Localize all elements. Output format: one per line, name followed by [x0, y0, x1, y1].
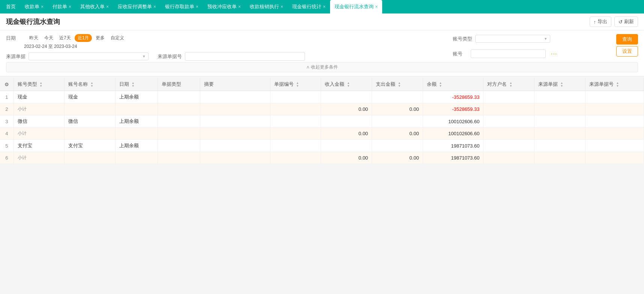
- nav-bank-flow-close[interactable]: ×: [375, 4, 378, 9]
- cell-source-doc-num: [585, 91, 644, 103]
- col-account-type[interactable]: 账号类型 ▲▼: [14, 78, 65, 91]
- cell-doc-number: [270, 103, 321, 115]
- cell-summary: [200, 91, 270, 103]
- cell-expense: 0.00: [372, 128, 423, 140]
- table-row[interactable]: 6小计0.000.0019871073.60: [0, 152, 644, 164]
- date-opt-more[interactable]: 更多: [93, 34, 107, 42]
- date-opt-1month[interactable]: 近1月: [75, 34, 92, 42]
- cell-income: [321, 140, 372, 152]
- sort-account-type-icon: ▲▼: [39, 82, 42, 88]
- account-dots-button[interactable]: ···: [549, 50, 559, 58]
- nav-adjustment[interactable]: 应收应付调整单 ×: [113, 0, 161, 13]
- table-row[interactable]: 1现金现金上期余额-3528659.33: [0, 91, 644, 103]
- cell-account-type: 现金: [14, 91, 65, 103]
- col-doc-type[interactable]: 单据类型: [158, 78, 200, 91]
- gear-icon: ⚙: [5, 82, 9, 87]
- table-header-row: ⚙ 账号类型 ▲▼ 账号名称 ▲▼ 日期 ▲▼ 单据类型 摘: [0, 78, 644, 91]
- cell-doc-type: [158, 140, 200, 152]
- nav-adjustment-close[interactable]: ×: [153, 4, 156, 9]
- table-row[interactable]: 5支付宝支付宝上期余额19871073.60: [0, 140, 644, 152]
- sort-source-doc-num-icon: ▲▼: [616, 82, 619, 88]
- cell-date: [116, 128, 158, 140]
- nav-bank-deposit-close[interactable]: ×: [196, 4, 198, 9]
- cell-counterparty: [483, 91, 534, 103]
- cell-source-doc-num: [585, 115, 644, 128]
- refresh-button[interactable]: ↺ 刷新: [614, 16, 638, 27]
- cell-source-doc-num: [585, 103, 644, 115]
- col-doc-number[interactable]: 单据编号 ▲▼: [270, 78, 321, 91]
- top-navigation: 首页 收款单 × 付款单 × 其他收入单 × 应收应付调整单 × 银行存取款单 …: [0, 0, 644, 13]
- header-actions: ↑ 导出 ↺ 刷新: [590, 16, 638, 27]
- nav-bank-flow[interactable]: 现金银行流水查询 ×: [330, 0, 382, 13]
- collapse-bar[interactable]: ∧ 收起更多条件: [6, 62, 638, 72]
- cell-source-doc: [534, 115, 585, 128]
- date-filter-row: 日期 昨天 今天 近7天 近1月 更多 自定义: [6, 34, 447, 42]
- cell-counterparty: [483, 140, 534, 152]
- sort-counterparty-icon: ▲▼: [509, 82, 512, 88]
- account-type-select[interactable]: ▾: [475, 35, 550, 43]
- nav-prepayment-close[interactable]: ×: [238, 4, 241, 9]
- cell-counterparty: [483, 128, 534, 140]
- date-opt-custom[interactable]: 自定义: [108, 34, 126, 42]
- collapse-label: 收起更多条件: [311, 64, 338, 70]
- table-row[interactable]: 4小计0.000.00100102606.60: [0, 128, 644, 140]
- nav-bank-stats[interactable]: 现金银行统计 ×: [288, 0, 330, 13]
- cell-balance: 100102606.60: [423, 128, 483, 140]
- col-income-label: 收入金额: [325, 81, 344, 87]
- source-doc-chevron-icon: ▾: [143, 54, 145, 59]
- col-gear[interactable]: ⚙: [0, 78, 14, 91]
- cell-doc-type: [158, 103, 200, 115]
- col-source-doc[interactable]: 来源单据 ▲▼: [534, 78, 585, 91]
- nav-receipt[interactable]: 收款单 ×: [20, 0, 48, 13]
- settings-button[interactable]: 设置: [616, 46, 638, 57]
- nav-receipt-close[interactable]: ×: [41, 4, 44, 9]
- cell-date: [116, 103, 158, 115]
- date-opt-yesterday[interactable]: 昨天: [27, 34, 41, 42]
- cell-account-name: 支付宝: [65, 140, 116, 152]
- nav-bank-stats-close[interactable]: ×: [323, 4, 326, 9]
- nav-other-income[interactable]: 其他收入单 ×: [76, 0, 113, 13]
- nav-home[interactable]: 首页: [2, 0, 20, 13]
- cell-counterparty: [483, 103, 534, 115]
- sort-income-icon: ▲▼: [347, 82, 350, 88]
- col-expense[interactable]: 支出金额 ▲▼: [372, 78, 423, 91]
- col-date[interactable]: 日期 ▲▼: [116, 78, 158, 91]
- nav-other-income-close[interactable]: ×: [106, 4, 109, 9]
- nav-bank-deposit[interactable]: 银行存取款单 ×: [161, 0, 203, 13]
- date-opt-7days[interactable]: 近7天: [57, 34, 73, 42]
- query-button[interactable]: 查询: [616, 34, 638, 45]
- account-input[interactable]: [471, 49, 546, 58]
- source-doc-select[interactable]: ▾: [29, 52, 149, 60]
- table-row[interactable]: 3微信微信上期余额100102606.60: [0, 115, 644, 128]
- cell-source-doc: [534, 103, 585, 115]
- cell-account-type: 小计: [14, 103, 65, 115]
- cell-income: 0.00: [321, 152, 372, 164]
- sort-account-name-icon: ▲▼: [90, 82, 93, 88]
- col-income[interactable]: 收入金额 ▲▼: [321, 78, 372, 91]
- nav-payment[interactable]: 付款单 ×: [48, 0, 76, 13]
- col-doc-number-label: 单据编号: [274, 81, 294, 87]
- cell-source-doc-num: [585, 128, 644, 140]
- col-account-name[interactable]: 账号名称 ▲▼: [65, 78, 116, 91]
- source-doc-num-input[interactable]: [185, 52, 305, 61]
- cell-balance: 19871073.60: [423, 140, 483, 152]
- cell-account-type: 小计: [14, 128, 65, 140]
- col-summary[interactable]: 摘要: [200, 78, 270, 91]
- col-balance[interactable]: 余额 ▲▼: [423, 78, 483, 91]
- nav-prepayment[interactable]: 预收冲应收单 ×: [203, 0, 245, 13]
- cell-balance: 19871073.60: [423, 152, 483, 164]
- table-row[interactable]: 2小计0.000.00-3528659.33: [0, 103, 644, 115]
- cell-doc-number: [270, 128, 321, 140]
- cell-account-name: [65, 128, 116, 140]
- col-counterparty[interactable]: 对方户名 ▲▼: [483, 78, 534, 91]
- nav-payment-close[interactable]: ×: [69, 4, 71, 9]
- nav-collection-close[interactable]: ×: [281, 4, 283, 9]
- col-source-doc-num[interactable]: 来源单据号 ▲▼: [585, 78, 644, 91]
- export-icon: ↑: [594, 19, 596, 25]
- col-balance-label: 余额: [427, 81, 437, 87]
- date-opt-today[interactable]: 今天: [42, 34, 56, 42]
- export-button[interactable]: ↑ 导出: [590, 16, 612, 27]
- cell-counterparty: [483, 115, 534, 128]
- date-options: 昨天 今天 近7天 近1月 更多 自定义: [27, 34, 126, 42]
- nav-collection[interactable]: 收款核销执行 ×: [245, 0, 288, 13]
